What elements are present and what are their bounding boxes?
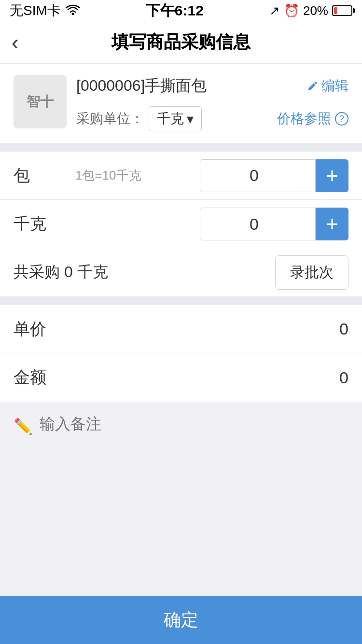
unit-price-label: 单价 <box>14 318 46 340</box>
bao-sublabel: 1包=10千克 <box>75 167 141 184</box>
kg-input[interactable] <box>200 208 316 240</box>
alarm-icon: ⏰ <box>284 3 299 18</box>
back-button[interactable]: ‹ <box>12 30 19 55</box>
unit-value: 千克 <box>157 110 184 128</box>
bao-input-right: + <box>200 159 348 192</box>
battery-percent: 20% <box>303 3 328 18</box>
price-ref-button[interactable]: 价格参照 ? <box>277 110 348 128</box>
amount-label: 金额 <box>14 366 46 389</box>
svg-text:?: ? <box>339 114 344 124</box>
unit-price-row: 单价 0 <box>0 305 362 353</box>
unit-select[interactable]: 千克 ▾ <box>149 106 202 131</box>
unit-label: 采购单位： <box>76 110 144 128</box>
remark-input[interactable] <box>40 415 348 433</box>
amount-row: 金额 0 <box>0 353 362 402</box>
pencil-icon: ✏️ <box>14 417 33 435</box>
bao-input-row: 包 1包=10千克 + <box>0 152 362 200</box>
product-logo: 智十 <box>14 75 67 128</box>
bao-label: 包 <box>14 165 71 187</box>
unit-price-value: 0 <box>339 320 348 338</box>
bao-plus-button[interactable]: + <box>316 159 348 192</box>
remark-section: ✏️ <box>0 402 362 460</box>
summary-text: 共采购 0 千克 <box>14 262 108 283</box>
status-left: 无SIM卡 <box>10 1 80 20</box>
product-card: 智十 [0000006]手撕面包 编辑 采购单位： 千克 ▾ <box>0 64 362 143</box>
price-section: 单价 0 金额 0 <box>0 305 362 402</box>
kg-label: 千克 <box>14 213 71 235</box>
edit-button[interactable]: 编辑 <box>307 77 348 95</box>
bao-input[interactable] <box>200 159 316 192</box>
filler-area <box>0 460 362 604</box>
kg-input-right: + <box>200 208 348 240</box>
status-right: ↗ ⏰ 20% <box>269 3 352 18</box>
battery-icon <box>332 5 352 16</box>
status-bar: 无SIM卡 下午6:12 ↗ ⏰ 20% <box>0 0 362 21</box>
kg-plus-button[interactable]: + <box>316 208 348 240</box>
product-name: [0000006]手撕面包 <box>76 75 207 97</box>
divider-1 <box>0 143 362 152</box>
nav-bar: ‹ 填写商品采购信息 <box>0 21 362 64</box>
batch-button[interactable]: 录批次 <box>275 255 348 290</box>
divider-2 <box>0 296 362 305</box>
status-time: 下午6:12 <box>146 1 204 21</box>
amount-value: 0 <box>339 368 348 387</box>
location-icon: ↗ <box>269 3 280 18</box>
page-title: 填写商品采购信息 <box>111 30 251 54</box>
product-info: [0000006]手撕面包 编辑 采购单位： 千克 ▾ 价格 <box>76 75 348 131</box>
sim-text: 无SIM卡 <box>10 1 61 20</box>
svg-point-0 <box>71 13 74 15</box>
dropdown-icon: ▾ <box>187 111 194 127</box>
kg-input-row: 千克 + <box>0 200 362 248</box>
input-section: 包 1包=10千克 + 千克 + <box>0 152 362 248</box>
wifi-icon <box>66 3 80 18</box>
summary-row: 共采购 0 千克 录批次 <box>0 248 362 296</box>
confirm-button[interactable]: 确定 <box>0 596 362 644</box>
